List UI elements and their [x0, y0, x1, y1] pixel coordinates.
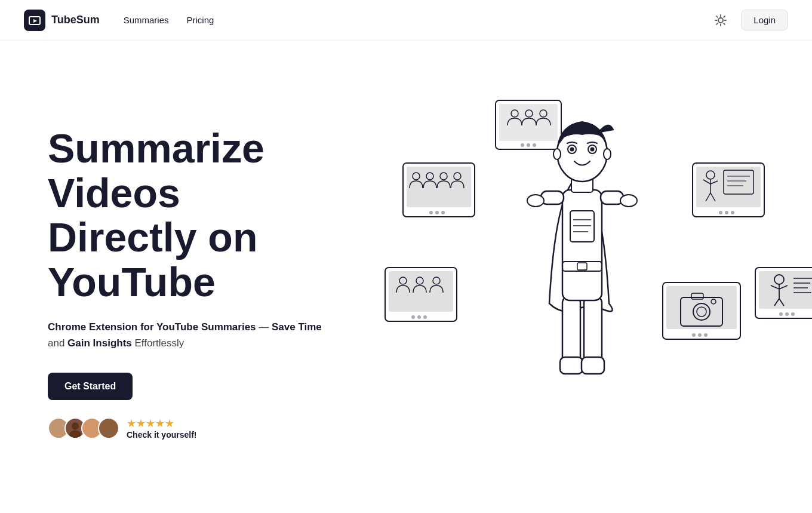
- svg-point-26: [533, 143, 536, 147]
- avatar-group: [48, 417, 119, 439]
- svg-point-50: [731, 211, 734, 214]
- svg-line-10: [716, 23, 718, 24]
- svg-point-17: [105, 423, 112, 430]
- stars-rating: ★★★★★ Check it yourself!: [127, 417, 196, 440]
- svg-point-104: [590, 148, 595, 152]
- avatar: [98, 417, 119, 439]
- svg-point-34: [435, 211, 439, 214]
- social-proof: ★★★★★ Check it yourself!: [48, 417, 322, 440]
- hero-svg: [310, 70, 812, 513]
- social-text: Check it yourself!: [127, 430, 196, 440]
- logo-icon: [24, 10, 45, 31]
- svg-point-98: [620, 195, 637, 207]
- svg-rect-96: [601, 191, 623, 204]
- subtitle-effortlessly: Effortlessly: [132, 337, 184, 349]
- svg-rect-86: [560, 357, 583, 374]
- logo-text: TubeSum: [51, 14, 100, 26]
- svg-rect-60: [666, 286, 737, 329]
- svg-point-35: [441, 211, 445, 214]
- svg-line-7: [716, 16, 718, 17]
- subtitle-chrome: Chrome Extension for YouTube Summaries: [48, 321, 256, 333]
- svg-point-81: [779, 312, 783, 316]
- svg-rect-87: [582, 357, 604, 374]
- nav-item-summaries[interactable]: Summaries: [124, 15, 169, 26]
- logo-link[interactable]: TubeSum: [24, 10, 100, 31]
- hero-content: Summarize Videos Directly on YouTube Chr…: [48, 126, 322, 440]
- svg-line-8: [724, 23, 725, 24]
- svg-point-15: [88, 423, 96, 430]
- subtitle-gain: Gain Insights: [67, 337, 132, 349]
- get-started-button[interactable]: Get Started: [48, 373, 133, 400]
- hero-title: Summarize Videos Directly on YouTube: [48, 126, 322, 305]
- svg-point-97: [527, 195, 544, 207]
- svg-point-83: [791, 312, 795, 316]
- svg-line-9: [724, 16, 725, 17]
- hero-subtitle: Chrome Extension for YouTube Summaries —…: [48, 319, 322, 351]
- nav-right: Login: [710, 10, 788, 31]
- svg-point-33: [429, 211, 433, 214]
- svg-marker-1: [33, 19, 37, 23]
- theme-toggle-button[interactable]: [710, 10, 731, 31]
- svg-point-48: [719, 211, 722, 214]
- svg-point-57: [417, 315, 421, 319]
- svg-point-13: [72, 423, 79, 430]
- svg-point-16: [86, 431, 98, 438]
- svg-point-11: [55, 423, 62, 430]
- svg-point-56: [411, 315, 415, 319]
- hero-section: Summarize Videos Directly on YouTube Chr…: [0, 41, 812, 513]
- svg-rect-70: [759, 271, 812, 309]
- svg-point-105: [553, 149, 561, 159]
- svg-point-106: [604, 149, 611, 159]
- subtitle-dash: —: [256, 321, 272, 333]
- svg-point-82: [785, 312, 789, 316]
- svg-rect-88: [562, 190, 602, 300]
- subtitle-save: Save Time: [272, 321, 322, 333]
- login-button[interactable]: Login: [741, 10, 788, 30]
- svg-point-67: [698, 333, 702, 337]
- subtitle-and: and: [48, 337, 67, 349]
- navbar: TubeSum Summaries Pricing Login: [0, 0, 812, 41]
- nav-link-pricing[interactable]: Pricing: [187, 15, 214, 25]
- svg-point-12: [53, 431, 64, 438]
- svg-point-14: [69, 431, 81, 438]
- svg-point-2: [718, 18, 723, 23]
- svg-point-68: [704, 333, 708, 337]
- svg-point-58: [423, 315, 427, 319]
- svg-point-102: [570, 148, 574, 152]
- star-icons: ★★★★★: [127, 417, 196, 430]
- hero-illustration: [310, 70, 812, 513]
- svg-point-49: [725, 211, 728, 214]
- svg-point-24: [521, 143, 524, 147]
- sun-icon: [715, 14, 727, 26]
- svg-rect-95: [541, 191, 564, 204]
- svg-point-25: [527, 143, 530, 147]
- svg-point-66: [692, 333, 696, 337]
- nav-links: Summaries Pricing: [124, 15, 710, 26]
- nav-item-pricing[interactable]: Pricing: [187, 15, 214, 26]
- nav-link-summaries[interactable]: Summaries: [124, 15, 169, 25]
- svg-point-18: [103, 431, 115, 438]
